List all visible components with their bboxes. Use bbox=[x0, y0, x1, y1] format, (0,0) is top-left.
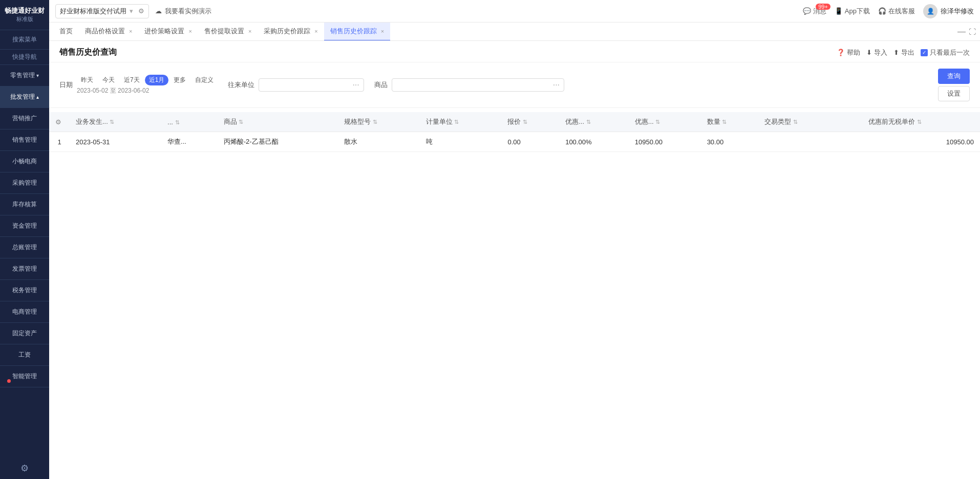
tab-label: 进价策略设置 bbox=[144, 27, 184, 36]
sort-icon: ⇅ bbox=[454, 119, 459, 125]
col-product[interactable]: 商品 ⇅ bbox=[218, 112, 338, 132]
sidebar-item-label: 工资 bbox=[18, 351, 31, 358]
demo-link[interactable]: ☁ 我要看实例演示 bbox=[155, 7, 211, 16]
cell-spacer bbox=[840, 132, 862, 152]
tab-close-icon[interactable]: × bbox=[248, 28, 251, 34]
app-download-button[interactable]: 📱 App下载 bbox=[835, 7, 870, 16]
tab-close-icon[interactable]: × bbox=[129, 28, 132, 34]
source-unit-input-wrap: ··· bbox=[259, 78, 364, 92]
sort-icon: ⇅ bbox=[586, 119, 591, 125]
col-discount1-label: 优惠... bbox=[565, 118, 584, 125]
maximize-icon[interactable]: ⛶ bbox=[969, 28, 976, 36]
product-filter-label: 商品 bbox=[374, 80, 388, 90]
product-dots-icon[interactable]: ··· bbox=[553, 80, 560, 90]
page-title: 销售历史价查询 bbox=[59, 47, 117, 58]
col-spec[interactable]: 规格型号 ⇅ bbox=[338, 112, 420, 132]
message-button[interactable]: 💬 消息 99+ bbox=[803, 7, 826, 16]
help-button[interactable]: ❓ 帮助 bbox=[837, 48, 860, 57]
sidebar-item-finance[interactable]: 资金管理 bbox=[0, 215, 49, 237]
import-label: 导入 bbox=[874, 48, 887, 57]
sidebar-item-ecommerce[interactable]: 电商管理 bbox=[0, 301, 49, 323]
sidebar-item-ai[interactable]: 智能管理 bbox=[0, 366, 49, 387]
sidebar-item-fixed-assets[interactable]: 固定资产 bbox=[0, 323, 49, 344]
tab-close-icon[interactable]: × bbox=[381, 28, 384, 34]
sidebar-item-salary[interactable]: 工资 bbox=[0, 344, 49, 366]
query-button[interactable]: 查询 bbox=[938, 69, 970, 84]
tab-price-extract[interactable]: 售价提取设置 × bbox=[198, 23, 258, 41]
col-quantity[interactable]: 数量 ⇅ bbox=[701, 112, 759, 132]
col-spacer bbox=[840, 112, 862, 132]
settings-button[interactable]: 设置 bbox=[938, 86, 970, 101]
sort-icon: ⇅ bbox=[722, 119, 727, 125]
user-menu[interactable]: 👤 徐泽华修改 bbox=[923, 4, 974, 18]
sidebar-item-label: 批发管理 bbox=[10, 93, 35, 101]
col-unit[interactable]: 计量单位 ⇅ bbox=[420, 112, 502, 132]
cloud-icon: ☁ bbox=[155, 7, 162, 15]
col-trade-type-label: 交易类型 bbox=[764, 118, 791, 125]
sidebar-item-ecommerce-small[interactable]: 小畅电商 bbox=[0, 151, 49, 172]
sidebar-item-retail[interactable]: 零售管理 ▾ bbox=[0, 65, 49, 86]
tab-home[interactable]: 首页 bbox=[53, 23, 79, 41]
sidebar-item-invoice[interactable]: 发票管理 bbox=[0, 258, 49, 280]
date-pill-1month[interactable]: 近1月 bbox=[145, 75, 169, 85]
date-pill-7days[interactable]: 近7天 bbox=[120, 75, 144, 85]
tab-product-price[interactable]: 商品价格设置 × bbox=[79, 23, 138, 41]
sidebar-item-ledger[interactable]: 总账管理 bbox=[0, 237, 49, 258]
source-unit-dots-icon[interactable]: ··· bbox=[352, 80, 359, 90]
tab-close-icon[interactable]: × bbox=[188, 28, 191, 34]
date-range-text: 2023-05-02 至 2023-06-02 bbox=[77, 86, 218, 95]
column-settings-icon[interactable]: ⚙ bbox=[55, 118, 61, 126]
message-icon: 💬 bbox=[803, 7, 811, 15]
version-selector[interactable]: 好业财标准版交付试用 ▾ ⚙ bbox=[55, 4, 149, 18]
tab-close-icon[interactable]: × bbox=[314, 28, 317, 34]
sidebar-item-wholesale[interactable]: 批发管理 ▴ bbox=[0, 86, 49, 108]
sidebar-settings-icon[interactable]: ⚙ bbox=[0, 458, 49, 479]
product-input[interactable] bbox=[396, 81, 550, 89]
export-button[interactable]: ⬆ 导出 bbox=[893, 48, 914, 57]
sidebar-item-purchase[interactable]: 采购管理 bbox=[0, 172, 49, 194]
col-price-label: 报价 bbox=[507, 118, 521, 125]
main-area: 好业财标准版交付试用 ▾ ⚙ ☁ 我要看实例演示 💬 消息 99+ 📱 App下… bbox=[49, 0, 980, 479]
online-service-button[interactable]: 🎧 在线客服 bbox=[878, 7, 915, 16]
sidebar-item-sales[interactable]: 销售管理 bbox=[0, 129, 49, 151]
sidebar-item-tax[interactable]: 税务管理 bbox=[0, 280, 49, 301]
sidebar-item-marketing[interactable]: 营销推广 bbox=[0, 108, 49, 129]
last-only-checkbox[interactable]: ✓ 只看最后一次 bbox=[921, 48, 970, 57]
col-discount2[interactable]: 优惠... ⇅ bbox=[629, 112, 701, 132]
col-extra-label: ... bbox=[167, 118, 173, 126]
table-row: 1 2023-05-31 华查... 丙烯酸-2-乙基己酯 散水 吨 0.00 … bbox=[49, 132, 980, 152]
col-price[interactable]: 报价 ⇅ bbox=[501, 112, 559, 132]
sort-icon: ⇅ bbox=[793, 119, 798, 125]
source-unit-input[interactable] bbox=[263, 81, 349, 89]
sort-icon: ⇅ bbox=[523, 119, 527, 125]
sidebar-item-inventory[interactable]: 库存核算 bbox=[0, 194, 49, 215]
source-unit-filter-group: 往来单位 ··· bbox=[228, 78, 364, 92]
col-trade-type[interactable]: 交易类型 ⇅ bbox=[758, 112, 840, 132]
online-service-label: 在线客服 bbox=[888, 7, 915, 16]
date-pill-more[interactable]: 更多 bbox=[169, 75, 190, 85]
date-pill-yesterday[interactable]: 昨天 bbox=[77, 75, 97, 85]
tab-purchase-strategy[interactable]: 进价策略设置 × bbox=[138, 23, 198, 41]
col-biz-date[interactable]: 业务发生... ⇅ bbox=[70, 112, 161, 132]
tab-label: 采购历史价跟踪 bbox=[264, 27, 310, 36]
tab-purchase-history[interactable]: 采购历史价跟踪 × bbox=[258, 23, 324, 41]
cell-discount1: 100.00% bbox=[559, 132, 629, 152]
sidebar-item-label: 资金管理 bbox=[12, 222, 37, 229]
sidebar-quick-nav[interactable]: 快捷导航 bbox=[0, 50, 49, 65]
col-discount1[interactable]: 优惠... ⇅ bbox=[559, 112, 629, 132]
col-extra[interactable]: ... ⇅ bbox=[161, 112, 218, 132]
cell-unit: 吨 bbox=[420, 132, 502, 152]
cell-index: 1 bbox=[49, 132, 70, 152]
import-button[interactable]: ⬇ 导入 bbox=[866, 48, 887, 57]
version-selector-label: 好业财标准版交付试用 bbox=[60, 7, 126, 16]
cell-biz-date: 2023-05-31 bbox=[70, 132, 161, 152]
date-pill-custom[interactable]: 自定义 bbox=[191, 75, 218, 85]
cell-pretax-price: 10950.00 bbox=[862, 132, 980, 152]
settings-icon[interactable]: ⚙ bbox=[138, 7, 144, 15]
minimize-icon[interactable]: — bbox=[957, 27, 966, 36]
col-pretax-price[interactable]: 优惠前无税单价 ⇅ bbox=[862, 112, 980, 132]
sidebar-search[interactable]: 搜索菜单 bbox=[0, 30, 49, 50]
date-pill-today[interactable]: 今天 bbox=[98, 75, 119, 85]
tab-sales-history[interactable]: 销售历史价跟踪 × bbox=[324, 23, 390, 41]
sidebar-item-label: 电商管理 bbox=[12, 308, 37, 315]
